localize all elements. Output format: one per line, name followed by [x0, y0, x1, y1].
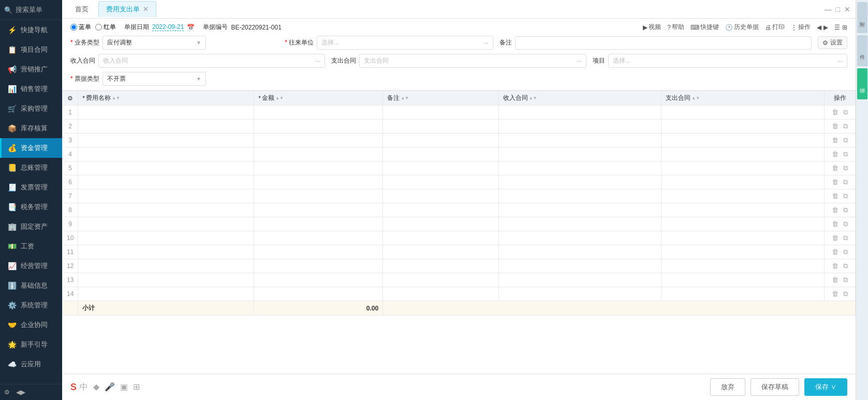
- cell-amount-12[interactable]: [254, 259, 383, 273]
- cell-note-14[interactable]: [383, 287, 498, 301]
- icon-mic[interactable]: 🎤: [105, 382, 115, 393]
- cell-expense-name-14[interactable]: [78, 287, 254, 301]
- cell-note-13[interactable]: [383, 273, 498, 287]
- tab-close-expense-voucher[interactable]: ✕: [143, 5, 149, 13]
- cell-amount-11[interactable]: [254, 245, 383, 259]
- copy-row-6[interactable]: ⧉: [843, 178, 848, 186]
- delete-row-9[interactable]: 🗑: [832, 220, 838, 228]
- discard-button[interactable]: 放弃: [710, 378, 745, 396]
- window-expand[interactable]: □: [836, 5, 840, 13]
- sidebar-item-operations[interactable]: 📈经营管理: [0, 256, 62, 276]
- toolbar-view-list[interactable]: ☰: [834, 24, 840, 31]
- toolbar-view-grid[interactable]: ⊞: [842, 24, 847, 31]
- radio-red-input[interactable]: [95, 24, 102, 31]
- toolbar-history[interactable]: 🕐 历史单据: [725, 23, 759, 32]
- delete-row-8[interactable]: 🗑: [832, 206, 838, 214]
- volume-icon[interactable]: ◀▶: [16, 389, 25, 396]
- copy-row-12[interactable]: ⧉: [843, 262, 848, 270]
- cell-expense-contract-5[interactable]: [661, 161, 825, 175]
- cell-expense-name-8[interactable]: [78, 203, 254, 217]
- cell-income-contract-13[interactable]: [498, 273, 661, 287]
- sidebar-item-sales-mgmt[interactable]: 📊销售管理: [0, 79, 62, 99]
- cell-expense-contract-11[interactable]: [661, 245, 825, 259]
- cell-expense-contract-1[interactable]: [661, 106, 825, 120]
- cell-expense-contract-13[interactable]: [661, 273, 825, 287]
- delete-row-6[interactable]: 🗑: [832, 178, 838, 186]
- sidebar-item-system-mgmt[interactable]: ⚙️系统管理: [0, 295, 62, 315]
- calendar-icon[interactable]: 📅: [187, 24, 195, 31]
- tab-home[interactable]: 首页: [67, 1, 96, 18]
- cell-expense-name-9[interactable]: [78, 217, 254, 231]
- copy-row-1[interactable]: ⧉: [843, 108, 848, 116]
- cell-amount-10[interactable]: [254, 231, 383, 245]
- cell-expense-name-11[interactable]: [78, 245, 254, 259]
- cell-note-1[interactable]: [383, 106, 498, 120]
- cell-amount-4[interactable]: [254, 147, 383, 161]
- settings-icon[interactable]: ⚙: [4, 389, 10, 396]
- copy-row-8[interactable]: ⧉: [843, 206, 848, 214]
- toolbar-video[interactable]: ▶ 视频: [643, 23, 661, 32]
- sidebar-item-purchase-mgmt[interactable]: 🛒采购管理: [0, 99, 62, 118]
- cell-income-contract-4[interactable]: [498, 147, 661, 161]
- sidebar-item-salary[interactable]: 💵工资: [0, 236, 62, 256]
- cell-amount-7[interactable]: [254, 189, 383, 203]
- counterpart-select[interactable]: 选择... ···: [317, 36, 493, 50]
- note-input[interactable]: [515, 36, 812, 50]
- icon-diamond[interactable]: ◆: [93, 382, 99, 393]
- cell-expense-contract-2[interactable]: [661, 120, 825, 134]
- cell-expense-name-1[interactable]: [78, 106, 254, 120]
- cell-expense-name-12[interactable]: [78, 259, 254, 273]
- cell-expense-name-4[interactable]: [78, 147, 254, 161]
- icon-zhong[interactable]: 中: [80, 382, 88, 393]
- copy-row-7[interactable]: ⧉: [843, 192, 848, 200]
- project-select[interactable]: 选择... ···: [608, 54, 847, 68]
- cell-amount-9[interactable]: [254, 217, 383, 231]
- cell-income-contract-1[interactable]: [498, 106, 661, 120]
- setting-button[interactable]: ⚙ 设置: [818, 36, 847, 49]
- cell-amount-2[interactable]: [254, 120, 383, 134]
- cell-note-11[interactable]: [383, 245, 498, 259]
- cell-expense-contract-12[interactable]: [661, 259, 825, 273]
- toolbar-more[interactable]: ⋮ 操作: [791, 23, 811, 32]
- cell-expense-name-10[interactable]: [78, 231, 254, 245]
- toolbar-help[interactable]: ? 帮助: [667, 23, 684, 32]
- cell-expense-contract-3[interactable]: [661, 134, 825, 147]
- cell-note-3[interactable]: [383, 134, 498, 147]
- delete-row-5[interactable]: 🗑: [832, 164, 838, 172]
- cell-note-5[interactable]: [383, 161, 498, 175]
- cell-note-10[interactable]: [383, 231, 498, 245]
- toolbar-print[interactable]: 🖨 打印: [765, 23, 785, 32]
- tab-expense-voucher[interactable]: 费用支出单✕: [98, 1, 156, 17]
- copy-row-10[interactable]: ⧉: [843, 234, 848, 242]
- right-tab-2[interactable]: 件: [857, 35, 867, 66]
- delete-row-3[interactable]: 🗑: [832, 136, 838, 144]
- cell-income-contract-10[interactable]: [498, 231, 661, 245]
- sidebar-item-fixed-assets[interactable]: 🏢固定资产: [0, 217, 62, 236]
- cell-note-12[interactable]: [383, 259, 498, 273]
- delete-row-11[interactable]: 🗑: [832, 248, 838, 256]
- copy-row-9[interactable]: ⧉: [843, 220, 848, 228]
- sidebar-item-inventory[interactable]: 📦库存核算: [0, 118, 62, 138]
- cell-expense-name-2[interactable]: [78, 120, 254, 134]
- sidebar-item-capital-mgmt[interactable]: 💰资金管理: [0, 138, 62, 158]
- delete-row-1[interactable]: 🗑: [832, 108, 838, 116]
- cell-expense-contract-7[interactable]: [661, 189, 825, 203]
- sidebar-search[interactable]: 🔍 搜索菜单: [0, 0, 62, 20]
- cell-amount-1[interactable]: [254, 106, 383, 120]
- radio-red[interactable]: 红单: [95, 23, 116, 32]
- save-button[interactable]: 保存 ∨: [804, 378, 847, 396]
- cell-amount-3[interactable]: [254, 134, 383, 147]
- cell-expense-name-5[interactable]: [78, 161, 254, 175]
- cell-expense-contract-4[interactable]: [661, 147, 825, 161]
- expense-contract-select[interactable]: 支出合同 ···: [359, 54, 586, 68]
- cell-expense-contract-9[interactable]: [661, 217, 825, 231]
- cell-income-contract-3[interactable]: [498, 134, 661, 147]
- col-gear[interactable]: ⚙: [63, 91, 78, 106]
- cell-income-contract-9[interactable]: [498, 217, 661, 231]
- invoice-type-select[interactable]: 不开票 ▼: [102, 72, 206, 86]
- cell-income-contract-14[interactable]: [498, 287, 661, 301]
- cell-income-contract-6[interactable]: [498, 175, 661, 189]
- income-contract-select[interactable]: 收入合同 ···: [98, 54, 325, 68]
- cell-expense-contract-6[interactable]: [661, 175, 825, 189]
- icon-box1[interactable]: ▣: [120, 382, 128, 393]
